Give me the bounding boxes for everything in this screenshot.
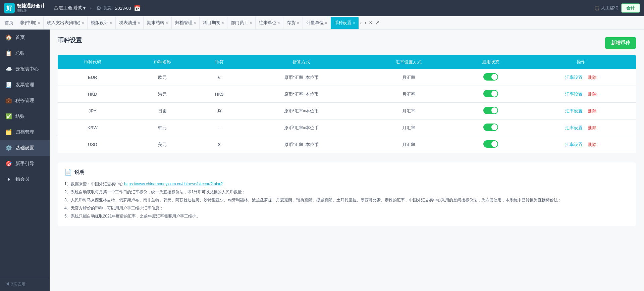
sidebar-item-archive[interactable]: 🗂️ 归档管理 <box>0 124 50 140</box>
cell-calc: 原币*汇率=本位币 <box>241 103 361 119</box>
sidebar-item-tax[interactable]: 💼 税务管理 <box>0 93 50 108</box>
sidebar-item-invoice[interactable]: 🧾 发票管理 <box>0 77 50 93</box>
cell-code: EUR <box>58 69 127 86</box>
tab-prev-btn[interactable]: ‹ <box>359 20 363 26</box>
cell-rate-type: 月汇率 <box>361 103 456 119</box>
sidebar-item-member[interactable]: ♦ 畅会员 <box>0 172 50 187</box>
cell-ops: 汇率设置 删除 <box>526 86 636 103</box>
ledger-icon: 📋 <box>5 50 12 56</box>
toggle-wrap[interactable] <box>483 140 498 148</box>
settle-icon: ✅ <box>5 113 12 119</box>
tab-units[interactable]: 计量单位 × <box>303 17 331 29</box>
rate-setting-btn[interactable]: 汇率设置 <box>565 142 583 148</box>
tab-close-dept[interactable]: × <box>250 21 252 25</box>
rate-setting-btn[interactable]: 汇率设置 <box>565 108 583 114</box>
calendar-icon[interactable]: 📅 <box>134 5 141 11</box>
notes-link[interactable]: https://www.chinamoney.com.cn/chinese/bk… <box>124 182 223 186</box>
tab-close-template[interactable]: × <box>110 21 112 25</box>
tab-inventory[interactable]: 存货 × <box>283 17 303 29</box>
rate-setting-btn[interactable]: 汇率设置 <box>565 125 583 131</box>
ops-cell: 汇率设置 删除 <box>529 125 633 131</box>
cell-status <box>456 86 526 103</box>
new-currency-btn[interactable]: 新增币种 <box>605 37 636 49</box>
delete-btn[interactable]: 删除 <box>588 142 597 148</box>
notes-list: 1）数据来源：中国外汇交易中心 https://www.chinamoney.c… <box>64 180 629 220</box>
col-status: 启用状态 <box>456 55 526 69</box>
cell-calc: 原币*汇率=本位币 <box>241 69 361 86</box>
rate-setting-btn[interactable]: 汇率设置 <box>565 91 583 97</box>
sidebar-item-home[interactable]: 🏠 首页 <box>0 30 50 45</box>
period-value: 2023-03 <box>115 6 131 11</box>
tab-archive[interactable]: 归档管理 × <box>172 17 200 29</box>
notes-title-text: 说明 <box>74 169 85 176</box>
status-toggle[interactable] <box>483 124 498 131</box>
tab-close-all-btn[interactable]: × <box>368 20 373 26</box>
settings-icon: ⚙️ <box>5 145 12 151</box>
sidebar-label-cloud-reports: 云报表中心 <box>15 66 39 72</box>
add-company-btn[interactable]: ＋ <box>88 5 94 12</box>
toggle-wrap[interactable] <box>483 107 498 114</box>
sidebar-label-home: 首页 <box>15 35 25 41</box>
delete-btn[interactable]: 删除 <box>588 91 597 97</box>
sidebar-label-settle: 结账 <box>15 113 25 119</box>
content-area: 币种设置 新增币种 币种代码 币种名称 币符 折算方式 汇率设置方式 启用状态 … <box>50 30 644 291</box>
tab-period-end[interactable]: 期末结转 × <box>144 17 171 29</box>
accounting-btn[interactable]: 会计 <box>621 3 640 13</box>
main-layout: 🏠 首页 📋 总账 ☁️ 云报表中心 🧾 发票管理 💼 税务管理 ✅ 结账 🗂️… <box>0 30 644 291</box>
sidebar-item-settings[interactable]: ⚙️ 基础设置 <box>0 140 50 156</box>
sidebar-item-cloud-reports[interactable]: ☁️ 云报表中心 <box>0 61 50 77</box>
tab-close-subject-init[interactable]: × <box>222 21 224 25</box>
cell-symbol: $ <box>197 136 241 153</box>
tab-expand-btn[interactable]: ⤢ <box>374 19 381 26</box>
tab-close-units[interactable]: × <box>325 21 327 25</box>
tab-close-archive[interactable]: × <box>194 21 196 25</box>
tab-currency[interactable]: 币种设置 × <box>331 17 359 29</box>
delete-btn[interactable]: 删除 <box>588 75 597 81</box>
tab-contacts[interactable]: 往来单位 × <box>256 17 283 29</box>
tab-close-currency[interactable]: × <box>353 21 355 25</box>
rate-setting-btn[interactable]: 汇率设置 <box>565 75 583 81</box>
tab-close-period-end[interactable]: × <box>166 21 168 25</box>
settings-btn[interactable]: ⚙ <box>96 5 101 11</box>
sidebar-item-guide[interactable]: 🎯 新手引导 <box>0 156 50 172</box>
status-toggle[interactable] <box>483 107 498 114</box>
delete-btn[interactable]: 删除 <box>588 125 597 131</box>
tab-home[interactable]: 首页 <box>1 17 17 29</box>
sidebar-unpin-btn[interactable]: ◀取消固定 <box>0 277 50 291</box>
sidebar-item-ledger[interactable]: 📋 总账 <box>0 45 50 61</box>
company-name[interactable]: 基层工会测试 ▾ <box>54 5 86 11</box>
tab-subject-init[interactable]: 科目期初 × <box>200 17 227 29</box>
col-ops: 操作 <box>526 55 636 69</box>
header-right: 🎧 人工咨询 会计 <box>594 3 640 13</box>
tab-close-tax[interactable]: × <box>138 21 140 25</box>
tab-tax[interactable]: 税表清册 × <box>116 17 144 29</box>
status-toggle[interactable] <box>483 73 498 81</box>
guide-icon: 🎯 <box>5 160 12 167</box>
tab-next-btn[interactable]: › <box>363 20 368 26</box>
tab-close-income[interactable]: × <box>82 21 84 25</box>
status-toggle[interactable] <box>483 140 498 148</box>
tab-close-contacts[interactable]: × <box>278 21 280 25</box>
service-btn[interactable]: 🎧 人工咨询 <box>594 5 619 11</box>
tab-ledger[interactable]: 帐(中期) × <box>17 17 44 29</box>
tab-close-inventory[interactable]: × <box>297 21 299 25</box>
tab-close-ledger[interactable]: × <box>38 21 40 25</box>
sidebar-label-archive: 归档管理 <box>15 129 34 135</box>
toggle-wrap[interactable] <box>483 73 498 81</box>
invoice-icon: 🧾 <box>5 82 12 88</box>
cell-status <box>456 69 526 86</box>
status-toggle[interactable] <box>483 90 498 97</box>
currency-table: 币种代码 币种名称 币符 折算方式 汇率设置方式 启用状态 操作 EUR 欧元 … <box>58 55 636 153</box>
toggle-wrap[interactable] <box>483 124 498 131</box>
col-rate-type: 汇率设置方式 <box>361 55 456 69</box>
cell-symbol: € <box>197 69 241 86</box>
tab-income[interactable]: 收入支出表(年报) × <box>44 17 88 29</box>
sidebar-item-settle[interactable]: ✅ 结账 <box>0 108 50 124</box>
tab-dept[interactable]: 部门员工 × <box>227 17 255 29</box>
delete-btn[interactable]: 删除 <box>588 108 597 114</box>
tab-template[interactable]: 模版设计 × <box>88 17 115 29</box>
cell-ops: 汇率设置 删除 <box>526 69 636 86</box>
table-head: 币种代码 币种名称 币符 折算方式 汇率设置方式 启用状态 操作 <box>58 55 636 69</box>
toggle-wrap[interactable] <box>483 90 498 97</box>
ops-cell: 汇率设置 删除 <box>529 75 633 81</box>
